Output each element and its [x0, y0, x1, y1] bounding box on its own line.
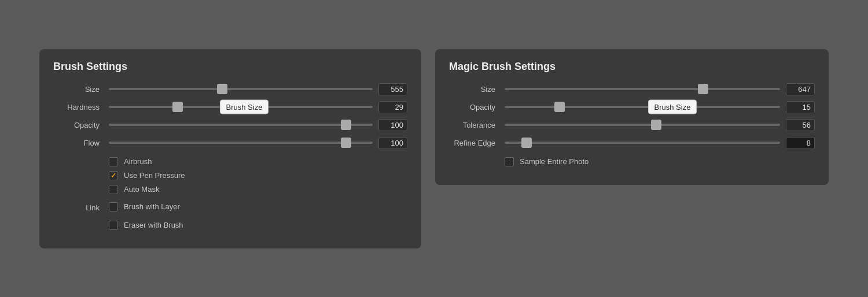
sample-entire-photo-checkbox[interactable] — [505, 157, 514, 166]
magic-size-slider-row: Size 647 — [449, 83, 815, 95]
tolerance-track-container — [505, 124, 780, 126]
refine-edge-track-container — [505, 142, 780, 144]
brush-with-layer-checkbox[interactable] — [109, 202, 118, 211]
magic-opacity-track — [505, 106, 780, 108]
brush-settings-title: Brush Settings — [53, 61, 407, 73]
eraser-with-brush-checkbox[interactable] — [109, 221, 118, 230]
opacity-track-container — [109, 124, 373, 126]
size-slider-row: Size 555 — [53, 83, 407, 95]
flow-label: Flow — [53, 139, 100, 147]
magic-opacity-thumb[interactable] — [554, 102, 565, 112]
auto-mask-label: Auto Mask — [124, 185, 159, 194]
airbrush-row: Airbrush — [109, 157, 407, 166]
hardness-track — [109, 106, 373, 108]
flow-value[interactable]: 100 — [378, 137, 407, 149]
magic-brush-title: Magic Brush Settings — [449, 61, 815, 73]
magic-opacity-slider-row: Opacity Brush Size 15 — [449, 101, 815, 113]
eraser-with-brush-row: Eraser with Brush — [109, 221, 183, 230]
size-track-container — [109, 88, 373, 90]
airbrush-label: Airbrush — [124, 157, 152, 166]
magic-size-track-container — [505, 88, 780, 90]
magic-size-value[interactable]: 647 — [786, 83, 815, 95]
airbrush-checkbox[interactable] — [109, 157, 118, 166]
tolerance-slider-row: Tolerance 56 — [449, 119, 815, 131]
flow-thumb[interactable] — [341, 138, 351, 148]
opacity-thumb[interactable] — [341, 120, 351, 130]
link-section: Link Brush with Layer Eraser with Brush — [53, 202, 407, 235]
hardness-label: Hardness — [53, 103, 100, 112]
magic-opacity-label: Opacity — [449, 103, 495, 112]
brush-with-layer-label: Brush with Layer — [124, 202, 180, 211]
pen-pressure-label: Use Pen Pressure — [124, 171, 185, 180]
auto-mask-checkbox[interactable] — [109, 185, 118, 194]
size-label: Size — [53, 85, 100, 94]
hardness-thumb[interactable] — [172, 102, 183, 112]
magic-brush-settings-panel: Magic Brush Settings Size 647 Opacity Br… — [435, 49, 829, 185]
auto-mask-row: Auto Mask — [109, 185, 407, 194]
link-checkboxes: Brush with Layer Eraser with Brush — [109, 202, 183, 235]
panels-container: Brush Settings Size 555 Hardness Brush S… — [28, 38, 840, 260]
magic-size-label: Size — [449, 85, 495, 94]
tolerance-label: Tolerance — [449, 121, 495, 129]
magic-checkbox-section: Sample Entire Photo — [505, 157, 815, 166]
refine-edge-slider-row: Refine Edge 8 — [449, 137, 815, 149]
pen-pressure-row: ✓ Use Pen Pressure — [109, 171, 407, 180]
size-track — [109, 88, 373, 90]
refine-edge-label: Refine Edge — [449, 139, 495, 147]
brush-with-layer-row: Brush with Layer — [109, 202, 183, 211]
sample-entire-photo-label: Sample Entire Photo — [520, 157, 589, 166]
tolerance-thumb[interactable] — [651, 120, 661, 130]
magic-opacity-value[interactable]: 15 — [786, 101, 815, 113]
opacity-track — [109, 124, 373, 126]
refine-edge-thumb[interactable] — [521, 138, 532, 148]
flow-slider-row: Flow 100 — [53, 137, 407, 149]
magic-opacity-track-container: Brush Size — [505, 106, 780, 108]
opacity-label: Opacity — [53, 121, 100, 129]
flow-track-container — [109, 142, 373, 144]
pen-pressure-checkbox[interactable]: ✓ — [109, 171, 118, 180]
pen-pressure-check-icon: ✓ — [111, 172, 116, 180]
hardness-slider-row: Hardness Brush Size 29 — [53, 101, 407, 113]
hardness-value[interactable]: 29 — [378, 101, 407, 113]
link-label: Link — [53, 202, 100, 212]
opacity-value[interactable]: 100 — [378, 119, 407, 131]
eraser-with-brush-label: Eraser with Brush — [124, 221, 183, 229]
tolerance-track — [505, 124, 780, 126]
brush-settings-panel: Brush Settings Size 555 Hardness Brush S… — [39, 49, 421, 248]
sample-entire-photo-row: Sample Entire Photo — [505, 157, 815, 166]
magic-size-track — [505, 88, 780, 90]
refine-edge-track — [505, 142, 780, 144]
magic-size-thumb[interactable] — [698, 84, 708, 94]
tolerance-value[interactable]: 56 — [786, 119, 815, 131]
refine-edge-value[interactable]: 8 — [786, 137, 815, 149]
opacity-slider-row: Opacity 100 — [53, 119, 407, 131]
checkbox-section: Airbrush ✓ Use Pen Pressure Auto Mask — [109, 157, 407, 194]
hardness-track-container: Brush Size — [109, 106, 373, 108]
size-thumb[interactable] — [217, 84, 227, 94]
flow-track — [109, 142, 373, 144]
size-value[interactable]: 555 — [378, 83, 407, 95]
